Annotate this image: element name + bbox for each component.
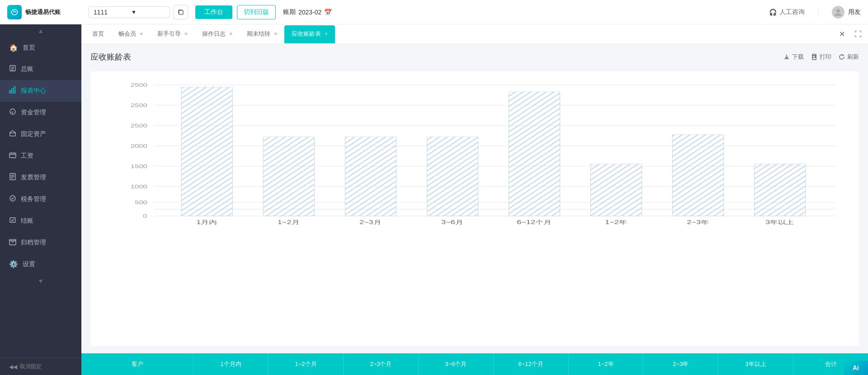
svg-rect-22 xyxy=(9,241,16,245)
svg-text:2~3月: 2~3月 xyxy=(359,219,381,225)
ledger-icon xyxy=(9,65,16,74)
bar-2-3月 xyxy=(345,137,396,216)
headset-icon: 🎧 xyxy=(769,9,777,16)
sidebar-label-report: 报表中心 xyxy=(21,87,46,95)
consult-button[interactable]: 🎧 人工咨询 xyxy=(769,8,805,16)
sidebar-item-invoice[interactable]: 发票管理 xyxy=(0,167,81,188)
logo-icon xyxy=(7,5,22,19)
chevron-down-icon: ▼ xyxy=(131,9,165,15)
assets-icon xyxy=(9,130,16,139)
sidebar-item-archive[interactable]: 归档管理 xyxy=(0,232,81,253)
funds-icon: ¥ xyxy=(9,108,16,117)
content-area: 首页 畅会员 × 新手引导 × 操作日志 × 期末结转 × 应收账龄表 × xyxy=(81,24,868,375)
tab-period-end-close[interactable]: × xyxy=(274,31,277,37)
bar-1-2月 xyxy=(263,137,314,216)
download-button[interactable]: 下载 xyxy=(783,53,804,61)
cancel-fixed-button[interactable]: ◀◀ 取消固定 xyxy=(0,358,81,375)
svg-rect-12 xyxy=(9,153,16,158)
tab-home[interactable]: 首页 xyxy=(85,25,111,43)
svg-rect-23 xyxy=(9,239,16,241)
svg-rect-6 xyxy=(9,90,11,93)
sidebar-label-salary: 工资 xyxy=(21,152,33,160)
bar-chart: 2500 2500 2500 2000 1500 1000 500 0 xyxy=(99,80,850,225)
user-area[interactable]: 用友 xyxy=(832,6,861,19)
period-area: 账期 2023-02 📅 xyxy=(283,8,332,16)
sidebar-item-home[interactable]: 🏠 首页 xyxy=(0,37,81,58)
svg-rect-25 xyxy=(812,57,816,60)
sidebar-item-funds[interactable]: ¥ 资金管理 xyxy=(0,102,81,123)
archive-icon xyxy=(9,238,16,247)
tab-bar: 首页 畅会员 × 新手引导 × 操作日志 × 期末结转 × 应收账龄表 × xyxy=(81,24,868,44)
separator: | xyxy=(817,9,819,16)
sidebar-label-funds: 资金管理 xyxy=(21,108,46,117)
switch-version-button[interactable]: 切到旧版 xyxy=(237,5,276,19)
tab-oplog[interactable]: 操作日志 × xyxy=(195,25,240,43)
svg-text:2000: 2000 xyxy=(131,143,147,149)
svg-text:1000: 1000 xyxy=(131,184,147,189)
sidebar-label-checkout: 结账 xyxy=(21,217,33,225)
tab-ar-aging[interactable]: 应收账龄表 × xyxy=(284,25,335,43)
sidebar-label-home: 首页 xyxy=(23,44,35,52)
tab-close-button[interactable]: ✕ xyxy=(835,28,848,41)
sidebar-scroll-up[interactable]: ▲ xyxy=(0,24,81,37)
period-label: 账期 xyxy=(283,8,296,16)
bar-6-12月 xyxy=(509,92,560,216)
print-label: 打印 xyxy=(820,53,831,61)
copy-icon[interactable] xyxy=(174,5,188,19)
tab-member-label: 畅会员 xyxy=(118,30,136,38)
download-icon xyxy=(783,54,790,60)
tab-actions: ✕ ⛶ xyxy=(835,28,864,41)
sidebar-item-assets[interactable]: 固定资产 xyxy=(0,123,81,145)
sidebar-label-archive: 归档管理 xyxy=(21,239,46,247)
checkout-icon xyxy=(9,216,16,225)
download-label: 下载 xyxy=(792,53,804,61)
report-icon xyxy=(9,86,16,95)
table-header-1-2y: 1~2年 xyxy=(569,353,644,375)
ai-badge[interactable]: Ai xyxy=(844,361,868,375)
chart-wrapper: 2500 2500 2500 2000 1500 1000 500 0 xyxy=(99,80,850,225)
svg-text:1~2年: 1~2年 xyxy=(605,219,627,225)
bottom-table-header: 客户 1个月内 1~2个月 2~3个月 3~6个月 6~12个月 1~2年 2~… xyxy=(81,353,868,375)
svg-point-1 xyxy=(836,9,840,13)
workbench-button[interactable]: 工作台 xyxy=(195,5,232,19)
tab-member-close[interactable]: × xyxy=(140,31,143,37)
company-selector[interactable]: 1111 ▼ xyxy=(89,6,170,18)
sidebar-item-settings[interactable]: ⚙️ 设置 xyxy=(0,253,81,275)
chart-container: 2500 2500 2500 2000 1500 1000 500 0 xyxy=(90,71,859,346)
user-name: 用友 xyxy=(848,8,861,16)
tab-oplog-label: 操作日志 xyxy=(202,30,226,38)
refresh-button[interactable]: 刷新 xyxy=(839,53,859,61)
tab-member[interactable]: 畅会员 × xyxy=(111,25,150,43)
tab-ar-aging-label: 应收账龄表 xyxy=(292,30,321,38)
table-header-2-3y: 2~3年 xyxy=(643,353,718,375)
home-icon: 🏠 xyxy=(9,43,18,52)
svg-rect-21 xyxy=(10,218,15,222)
top-header: 畅捷通易代账 1111 ▼ 工作台 切到旧版 账期 2023-02 📅 🎧 人工… xyxy=(0,0,868,24)
print-icon xyxy=(811,54,817,60)
sidebar-item-checkout[interactable]: 结账 xyxy=(0,210,81,232)
sidebar-item-tax[interactable]: 税务管理 xyxy=(0,188,81,210)
svg-point-27 xyxy=(816,56,816,57)
bar-3年以上 xyxy=(755,164,806,216)
calendar-icon[interactable]: 📅 xyxy=(324,9,332,16)
svg-point-20 xyxy=(10,196,15,201)
tab-guide-close[interactable]: × xyxy=(184,31,188,37)
tab-guide[interactable]: 新手引导 × xyxy=(150,25,195,43)
svg-rect-26 xyxy=(812,54,816,56)
sidebar-item-salary[interactable]: 工资 xyxy=(0,145,81,167)
tab-ar-aging-close[interactable]: × xyxy=(325,31,328,37)
tab-period-end[interactable]: 期末结转 × xyxy=(240,25,284,43)
print-button[interactable]: 打印 xyxy=(811,53,831,61)
tab-oplog-close[interactable]: × xyxy=(229,31,232,37)
svg-rect-0 xyxy=(179,10,183,14)
period-value: 2023-02 xyxy=(298,9,321,16)
salary-icon xyxy=(9,151,16,160)
sidebar-scroll-down[interactable]: ▼ xyxy=(0,275,81,287)
svg-text:3年以上: 3年以上 xyxy=(765,219,794,225)
table-header-customer: 客户 xyxy=(81,353,193,375)
sidebar-item-report[interactable]: 报表中心 xyxy=(0,80,81,102)
tab-expand-button[interactable]: ⛶ xyxy=(852,28,864,41)
sidebar-item-ledger[interactable]: 总账 xyxy=(0,58,81,80)
svg-text:1月内: 1月内 xyxy=(196,219,217,225)
table-header-6-12m: 6~12个月 xyxy=(494,353,569,375)
